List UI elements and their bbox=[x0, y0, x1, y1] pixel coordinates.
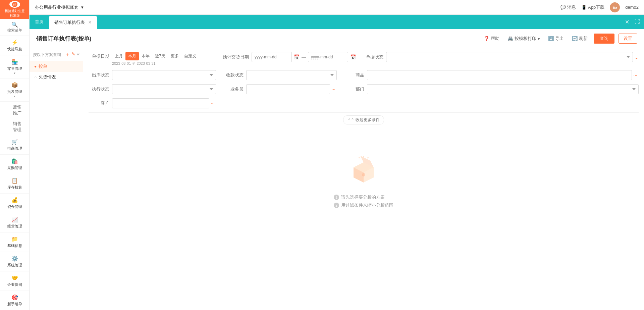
page-body: 按以下方案查询 ＋ ✎ « ● 按单 ○ 欠货情况 bbox=[30, 47, 644, 240]
sidebar-item-wholesale[interactable]: 📦 批发管理 ▲ bbox=[0, 79, 29, 102]
export-button[interactable]: ⬇️ 导出 bbox=[546, 34, 566, 43]
dept-label: 部门 bbox=[343, 86, 367, 92]
product-ellipsis-icon[interactable]: ··· bbox=[632, 72, 639, 78]
customer-ellipsis-icon[interactable]: ··· bbox=[209, 101, 216, 106]
salesperson-input[interactable] bbox=[246, 84, 330, 94]
sidebar-item-purchase[interactable]: 🛍️ 采购管理 bbox=[0, 155, 29, 174]
payment-status-select[interactable] bbox=[246, 70, 337, 80]
quick-nav-icon: ⚡ bbox=[11, 39, 18, 46]
svg-text:好: 好 bbox=[13, 3, 16, 6]
scheme-active-dot: ● bbox=[34, 64, 37, 69]
query-button[interactable]: 查询 bbox=[594, 34, 614, 44]
shipping-status-select[interactable] bbox=[112, 70, 216, 80]
print-label: 按模板打印 bbox=[515, 36, 536, 42]
breadcrumb-text: 办公用品行业模拟账套 bbox=[35, 4, 78, 10]
message-icon: 💬 bbox=[560, 5, 566, 10]
refresh-icon: 🔄 bbox=[572, 36, 578, 41]
order-status-expand-icon[interactable]: ⌄ bbox=[634, 54, 639, 60]
exec-status-select[interactable] bbox=[112, 84, 216, 94]
header-right-actions: 💬 消息 📱 App下载 Ea demo2 bbox=[560, 2, 639, 12]
page-header: 销售订单执行表(按单) ❓ 帮助 🖨️ 按模板打印 ▾ ⬇️ 导出 bbox=[30, 29, 644, 47]
exec-status-label: 执行状态 bbox=[89, 86, 112, 92]
salesperson-ellipsis-icon[interactable]: ··· bbox=[330, 87, 337, 92]
dept-select[interactable] bbox=[367, 84, 639, 94]
expected-date-range: 📅 — 📅 bbox=[252, 52, 356, 62]
edit-scheme-icon[interactable]: ✎ bbox=[71, 51, 75, 58]
collapse-button[interactable]: ⌃⌃ 收起更多条件 bbox=[343, 115, 384, 124]
tab-sales-exec[interactable]: 销售订单执行表 ✕ bbox=[49, 16, 97, 29]
breadcrumb: 办公用品行业模拟账套 ▾ bbox=[35, 4, 84, 10]
submenu-item-marketing[interactable]: 营销推广 bbox=[8, 102, 29, 118]
help-button[interactable]: ❓ 帮助 bbox=[482, 34, 501, 43]
product-input[interactable] bbox=[367, 70, 632, 80]
print-dropdown-icon[interactable]: ▾ bbox=[538, 36, 540, 41]
sidebar-item-newbie[interactable]: 🎯 新手引导 bbox=[0, 291, 29, 310]
sidebar-search[interactable]: 🔍 搜索菜单 bbox=[0, 19, 29, 36]
collapse-panel-icon[interactable]: « bbox=[77, 51, 79, 58]
scheme-item-shortage[interactable]: ○ 欠货情况 bbox=[30, 72, 83, 83]
collapse-label: 收起更多条件 bbox=[356, 117, 380, 123]
calendar-from-icon[interactable]: 📅 bbox=[294, 54, 300, 60]
scheme-shortage-label: 欠货情况 bbox=[39, 74, 56, 80]
inventory-icon: 📋 bbox=[11, 177, 18, 184]
preset-custom[interactable]: 自定义 bbox=[181, 52, 199, 60]
submenu-item-sales[interactable]: 销售管理 bbox=[8, 118, 29, 135]
preset-more[interactable]: 更多 bbox=[168, 52, 181, 60]
collapse-up-icon: ⌃⌃ bbox=[347, 118, 354, 122]
filter-area: 单据日期 上月 本月 本年 近7天 更多 自定义 bbox=[83, 47, 644, 240]
product-label: 商品 bbox=[343, 72, 367, 78]
empty-illustration bbox=[347, 154, 380, 188]
tab-bar: 首页 销售订单执行表 ✕ ✕ ⛶ bbox=[30, 15, 644, 29]
message-button[interactable]: 💬 消息 bbox=[560, 4, 576, 10]
page-area: 销售订单执行表(按单) ❓ 帮助 🖨️ 按模板打印 ▾ ⬇️ 导出 bbox=[30, 29, 644, 310]
wholesale-icon: 📦 bbox=[11, 82, 18, 88]
customer-input[interactable] bbox=[112, 98, 209, 108]
sidebar-item-basic[interactable]: 📁 基础信息 bbox=[0, 232, 29, 252]
corp-icon: 🤝 bbox=[11, 275, 18, 281]
print-icon: 🖨️ bbox=[507, 36, 513, 41]
sidebar-item-quick-nav[interactable]: ⚡ 快捷导航 bbox=[0, 36, 29, 55]
app-download-button[interactable]: 📱 App下载 bbox=[581, 4, 604, 10]
date-preset-group: 上月 本月 本年 近7天 更多 自定义 bbox=[112, 52, 199, 60]
calendar-to-icon[interactable]: 📅 bbox=[350, 54, 356, 60]
date-range-display: 2023-03-01 至 2023-03-31 bbox=[112, 61, 156, 65]
basic-icon: 📁 bbox=[11, 236, 18, 242]
left-panel: 按以下方案查询 ＋ ✎ « ● 按单 ○ 欠货情况 bbox=[30, 47, 83, 240]
tab-close-window-icon[interactable]: ✕ bbox=[624, 17, 631, 27]
breadcrumb-dropdown-icon[interactable]: ▾ bbox=[81, 5, 84, 10]
message-label: 消息 bbox=[567, 4, 576, 10]
sidebar-item-system[interactable]: ⚙️ 系统管理 bbox=[0, 252, 29, 271]
tab-close-icon[interactable]: ✕ bbox=[88, 20, 92, 24]
user-avatar[interactable]: Ea bbox=[610, 2, 620, 12]
retail-icon: 🏪 bbox=[11, 59, 18, 65]
refresh-label: 刷新 bbox=[579, 36, 588, 42]
scheme-item-ansingle[interactable]: ● 按单 bbox=[30, 61, 83, 72]
tip-num-2: 2 bbox=[334, 203, 339, 208]
order-status-select[interactable] bbox=[386, 52, 633, 62]
expected-date-to[interactable] bbox=[308, 52, 348, 62]
expected-date-from[interactable] bbox=[252, 52, 292, 62]
refresh-button[interactable]: 🔄 刷新 bbox=[570, 34, 590, 43]
sidebar-item-inventory[interactable]: 📋 库存核算 bbox=[0, 174, 29, 194]
sidebar-item-finance[interactable]: 💰 资金管理 bbox=[0, 194, 29, 213]
empty-tip-1: 1 请先选择要分析的方案 bbox=[334, 194, 393, 200]
preset-7-days[interactable]: 近7天 bbox=[152, 52, 168, 60]
preset-this-year[interactable]: 本年 bbox=[139, 52, 152, 60]
tab-home[interactable]: 首页 bbox=[30, 15, 49, 29]
sidebar-item-ecom[interactable]: 🛒 电商管理 bbox=[0, 135, 29, 155]
tip-num-1: 1 bbox=[334, 195, 339, 200]
sidebar-item-retail[interactable]: 🏪 零售管理 ▼ bbox=[0, 55, 29, 79]
finance-icon: 💰 bbox=[11, 197, 18, 203]
sidebar-item-corp[interactable]: 🤝 企业协同 bbox=[0, 271, 29, 291]
preset-last-month[interactable]: 上月 bbox=[112, 52, 125, 60]
preset-this-month[interactable]: 本月 bbox=[125, 52, 139, 60]
print-button[interactable]: 🖨️ 按模板打印 ▾ bbox=[505, 34, 542, 43]
add-scheme-icon[interactable]: ＋ bbox=[65, 51, 70, 58]
tab-maximize-icon[interactable]: ⛶ bbox=[633, 17, 641, 26]
settings-button[interactable]: 设置 bbox=[619, 34, 637, 44]
date-separator: — bbox=[302, 55, 306, 60]
app-label: App下载 bbox=[588, 4, 604, 10]
sidebar-item-operation[interactable]: 📈 经营管理 bbox=[0, 213, 29, 232]
export-label: 导出 bbox=[555, 36, 564, 42]
username: demo2 bbox=[625, 5, 639, 10]
